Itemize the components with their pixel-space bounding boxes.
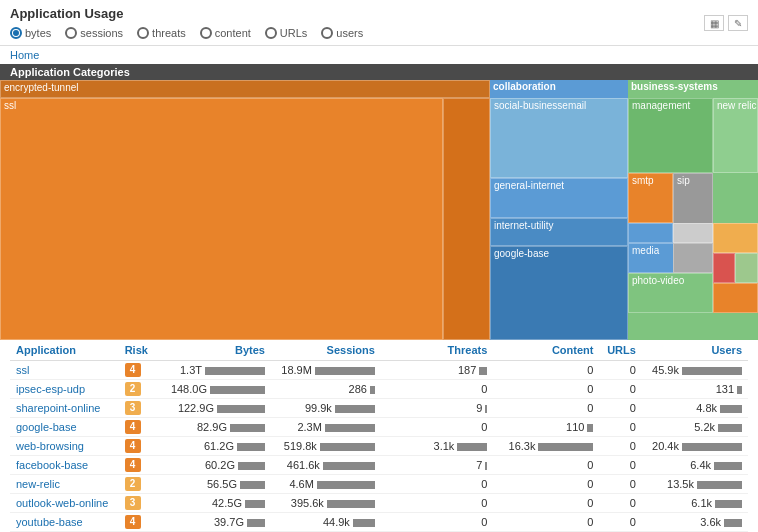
bar-users-5 [714, 462, 742, 470]
treemap-block-misc2[interactable] [713, 253, 735, 283]
cell-risk-6: 2 [119, 475, 156, 494]
app-link-7[interactable]: outlook-web-online [16, 497, 108, 509]
table-row: google-base482.9G2.3M011005.2k [10, 418, 748, 437]
cell-users-1: 131 [642, 380, 748, 399]
bar-bytes-6 [240, 481, 265, 489]
value-sessions-3: 2.3M [297, 421, 321, 433]
app-link-6[interactable]: new-relic [16, 478, 60, 490]
treemap-block-label-sip: sip [674, 174, 712, 187]
value-threats-8: 0 [481, 516, 487, 528]
cell-content-3: 110 [493, 418, 599, 437]
treemap-block-label-management: management [629, 99, 712, 112]
grid-view-button[interactable]: ▦ [704, 15, 724, 31]
radio-users[interactable]: users [321, 27, 363, 39]
treemap-block-social-business[interactable]: social-businessemail [490, 98, 628, 178]
value-content-3: 110 [566, 421, 584, 433]
radio-circle-threats [137, 27, 149, 39]
table-row: web-browsing461.2G519.8k3.1k16.3k020.4k [10, 437, 748, 456]
value-threats-1: 0 [481, 383, 487, 395]
value-bytes-2: 122.9G [178, 402, 214, 414]
radio-threats[interactable]: threats [137, 27, 186, 39]
value-threats-3: 0 [481, 421, 487, 433]
value-bytes-5: 60.2G [205, 459, 235, 471]
bar-bytes-7 [245, 500, 265, 508]
cell-bytes-8: 39.7G [155, 513, 271, 532]
radio-label-threats: threats [152, 27, 186, 39]
treemap-block-smtp-block[interactable]: smtp [628, 173, 673, 223]
value-users-8: 3.6k [700, 516, 721, 528]
bar-bytes-1 [210, 386, 265, 394]
value-users-1: 131 [716, 383, 734, 395]
cell-sessions-5: 461.6k [271, 456, 381, 475]
radio-bytes[interactable]: bytes [10, 27, 51, 39]
col-content: Content [493, 340, 599, 361]
value-threats-2: 9 [476, 402, 482, 414]
cell-users-5: 6.4k [642, 456, 748, 475]
app-link-1[interactable]: ipsec-esp-udp [16, 383, 85, 395]
treemap-block-management[interactable]: management [628, 98, 713, 173]
radio-URLs[interactable]: URLs [265, 27, 308, 39]
app-link-5[interactable]: facebook-base [16, 459, 88, 471]
treemap-block-ssl[interactable]: ssl [0, 98, 443, 340]
cell-bytes-5: 60.2G [155, 456, 271, 475]
app-link-8[interactable]: youtube-base [16, 516, 83, 528]
cell-sessions-6: 4.6M [271, 475, 381, 494]
radio-sessions[interactable]: sessions [65, 27, 123, 39]
value-users-0: 45.9k [652, 364, 679, 376]
treemap-block-label-social-business: social-businessemail [491, 99, 627, 112]
app-link-2[interactable]: sharepoint-online [16, 402, 100, 414]
treemap-block-new-relic-top[interactable]: new relic [713, 98, 758, 173]
treemap-block-misc7[interactable] [673, 243, 713, 273]
treemap-block-google-base[interactable]: google-base [490, 246, 628, 340]
treemap-block-internet-utility[interactable]: internet-utility [490, 218, 628, 246]
toolbar-right: ▦ ✎ [704, 15, 748, 31]
value-sessions-5: 461.6k [287, 459, 320, 471]
cell-app-1: ipsec-esp-udp [10, 380, 119, 399]
app-link-3[interactable]: google-base [16, 421, 77, 433]
bar-sessions-1 [370, 386, 375, 394]
risk-badge-2: 2 [125, 382, 141, 396]
treemap-block-encrypted-tunnel[interactable]: encrypted-tunnel [0, 80, 490, 98]
table-row: ipsec-esp-udp2148.0G286000131 [10, 380, 748, 399]
radio-circle-bytes [10, 27, 22, 39]
app-link-4[interactable]: web-browsing [16, 440, 84, 452]
treemap-block-label-general-internet: general-internet [491, 179, 627, 192]
bar-sessions-6 [317, 481, 375, 489]
treemap-block-misc3[interactable] [735, 253, 758, 283]
value-users-6: 13.5k [667, 478, 694, 490]
bar-threats-0 [479, 367, 487, 375]
cell-content-6: 0 [493, 475, 599, 494]
breadcrumb[interactable]: Home [0, 46, 758, 64]
value-users-7: 6.1k [691, 497, 712, 509]
risk-badge-4: 4 [125, 420, 141, 434]
treemap-block-misc4[interactable] [713, 283, 758, 313]
value-threats-7: 0 [481, 497, 487, 509]
treemap-block-photo-video[interactable]: photo-video [628, 273, 713, 313]
col-application: Application [10, 340, 119, 361]
treemap-block-general-internet[interactable]: general-internet [490, 178, 628, 218]
cell-bytes-0: 1.3T [155, 361, 271, 380]
edit-button[interactable]: ✎ [728, 15, 748, 31]
treemap-block-misc6[interactable] [673, 223, 713, 243]
app-link-0[interactable]: ssl [16, 364, 29, 376]
value-sessions-7: 395.6k [291, 497, 324, 509]
value-bytes-1: 148.0G [171, 383, 207, 395]
bar-threats-2 [485, 405, 487, 413]
cell-threats-1: 0 [381, 380, 493, 399]
cell-urls-0: 0 [599, 361, 641, 380]
cell-risk-2: 3 [119, 399, 156, 418]
value-users-3: 5.2k [694, 421, 715, 433]
cell-threats-0: 187 [381, 361, 493, 380]
treemap-block-misc1[interactable] [713, 223, 758, 253]
table-row: sharepoint-online3122.9G99.9k9004.8k [10, 399, 748, 418]
cell-urls-6: 0 [599, 475, 641, 494]
cell-content-0: 0 [493, 361, 599, 380]
cell-risk-8: 4 [119, 513, 156, 532]
bar-bytes-0 [205, 367, 265, 375]
radio-content[interactable]: content [200, 27, 251, 39]
treemap-block-ipsec-esp-udp[interactable] [443, 98, 490, 340]
treemap: networkingcollaborationbusiness-systemss… [0, 80, 758, 340]
radio-label-bytes: bytes [25, 27, 51, 39]
value-threats-4: 3.1k [434, 440, 455, 452]
treemap-block-misc5[interactable] [628, 223, 673, 243]
